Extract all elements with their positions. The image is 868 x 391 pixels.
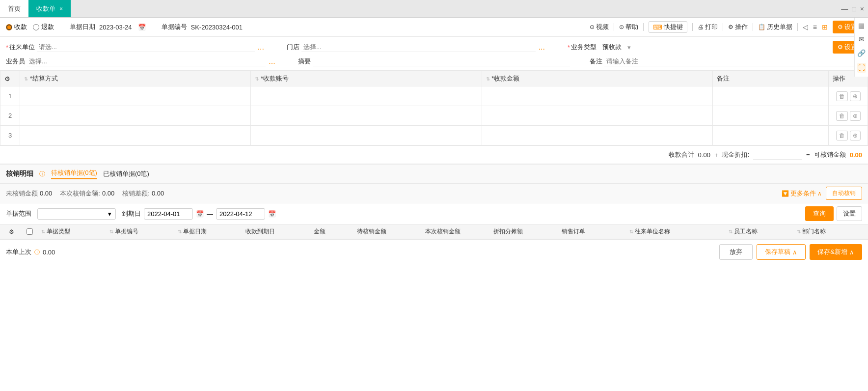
- last-info-icon[interactable]: ⓘ: [34, 249, 40, 256]
- available-value: 0.00: [850, 151, 862, 159]
- btn-history[interactable]: 📋 历史单据: [758, 23, 792, 31]
- total-label: 收款合计: [669, 150, 694, 159]
- select-all-checkbox[interactable]: [27, 228, 33, 235]
- wth-gear[interactable]: ⚙: [6, 228, 24, 235]
- row-1-remark[interactable]: [712, 86, 828, 106]
- tab-done[interactable]: 已核销单据(0笔): [103, 169, 149, 178]
- right-panel-expand-icon[interactable]: ⛶: [857, 63, 866, 73]
- summary-row: 收款合计 0.00 + 现金折扣: = 可核销金额 0.00: [0, 145, 868, 164]
- wth-amount: 金额: [311, 227, 354, 236]
- tab-receipt-label: 收款单: [36, 4, 55, 13]
- date-to-icon[interactable]: 📅: [268, 210, 276, 218]
- right-panel-table-icon[interactable]: ▦: [858, 22, 865, 29]
- layout-icon2[interactable]: ≡: [813, 23, 817, 31]
- wth-doc-no: ⇅ 单据编号: [107, 227, 175, 236]
- btn-auto-writeoff[interactable]: 自动核销: [826, 187, 862, 200]
- discount-label: 现金折扣:: [722, 150, 749, 159]
- toolbar-right: ⊙ 视频 ⊙ 帮助 ⌨ 快捷键 🖨 打印 ⚙ 操作 📋 历史单据: [590, 21, 862, 33]
- maximize-icon[interactable]: □: [852, 5, 856, 13]
- discount-input[interactable]: [753, 150, 802, 160]
- counterpart-dots[interactable]: ...: [255, 43, 267, 52]
- row-3-amount[interactable]: [482, 126, 712, 145]
- table-header-row: ⚙ ⇅ *结算方式 ⇅ *收款账号 ⇅ *收款金额 备注 操作: [0, 71, 868, 86]
- row-2-settlement[interactable]: [20, 106, 251, 126]
- row-2-delete-btn[interactable]: 🗑: [836, 111, 848, 121]
- total-value: 0.00: [698, 151, 710, 159]
- tab-close-icon[interactable]: ×: [59, 5, 63, 12]
- row-1-amount[interactable]: [482, 86, 712, 106]
- btn-setting-filter[interactable]: 设置: [837, 206, 862, 221]
- date-from-icon[interactable]: 📅: [196, 210, 204, 218]
- writeoff-info-icon[interactable]: ⓘ: [39, 170, 45, 178]
- doc-date-group: 单据日期 2023-03-24 📅: [70, 23, 146, 31]
- minimize-icon[interactable]: —: [841, 5, 848, 13]
- more-conditions-btn[interactable]: 🔽 更多条件 ∧: [782, 189, 822, 198]
- row-3-remark[interactable]: [712, 126, 828, 145]
- btn-query[interactable]: 查询: [805, 206, 834, 221]
- counterpart-input[interactable]: [37, 42, 255, 52]
- wth-checkbox[interactable]: [24, 228, 38, 235]
- wth-pending: 待核销金额: [354, 227, 422, 236]
- btn-video[interactable]: ⊙ 视频: [590, 23, 609, 31]
- biz-type-required: *: [568, 44, 570, 51]
- date-from-input[interactable]: [144, 208, 193, 220]
- wth-current-writeoff: 本次核销金额: [422, 227, 490, 236]
- biz-type-dropdown-icon[interactable]: ▾: [625, 44, 633, 51]
- btn-operation[interactable]: ⚙ 操作: [728, 23, 748, 31]
- shop-dots[interactable]: ...: [536, 43, 548, 52]
- btn-save-new[interactable]: 保存&新增 ∧: [810, 244, 862, 260]
- tab-pending[interactable]: 待核销单据(0笔): [51, 168, 97, 179]
- row-1-copy-btn[interactable]: ⊕: [850, 91, 861, 101]
- btn-print[interactable]: 🖨 打印: [698, 23, 718, 31]
- th-settlement: ⇅ *结算方式: [20, 71, 251, 86]
- close-window-icon[interactable]: ×: [860, 5, 864, 13]
- row-2-account[interactable]: [251, 106, 482, 126]
- save-new-arrow[interactable]: ∧: [849, 249, 854, 256]
- remark-input[interactable]: [604, 56, 862, 66]
- diff-value: 0.00: [152, 190, 164, 197]
- row-2-copy-btn[interactable]: ⊕: [850, 111, 861, 121]
- tab-home[interactable]: 首页: [0, 0, 28, 17]
- save-draft-arrow[interactable]: ∧: [792, 249, 797, 256]
- date-to-input[interactable]: [216, 208, 265, 220]
- equals-sign: =: [806, 151, 810, 159]
- btn-save-draft[interactable]: 保存草稿 ∧: [757, 244, 806, 260]
- biz-type-label: 业务类型: [571, 43, 598, 52]
- row-1-account[interactable]: [251, 86, 482, 106]
- salesperson-dots[interactable]: ...: [266, 57, 278, 66]
- right-panel-mail-icon[interactable]: ✉: [859, 35, 865, 43]
- writeoff-title: 核销明细: [6, 169, 33, 178]
- salesperson-label: 业务员: [6, 57, 27, 66]
- row-3-copy-btn[interactable]: ⊕: [850, 131, 861, 140]
- btn-shortcut[interactable]: ⌨ 快捷键: [649, 21, 687, 33]
- summary-label: 摘要: [298, 57, 313, 66]
- row-1-settlement[interactable]: [20, 86, 251, 106]
- radio-receipt[interactable]: 收款: [6, 23, 27, 31]
- btn-help[interactable]: ⊙ 帮助: [619, 23, 638, 31]
- date-range-group: 到期日 📅 — 📅: [122, 208, 276, 220]
- tab-receipt[interactable]: 收款单 ×: [28, 0, 71, 17]
- shop-input[interactable]: [301, 42, 536, 52]
- row-3-delete-btn[interactable]: 🗑: [836, 131, 848, 140]
- layout-icon3[interactable]: ⊞: [822, 23, 828, 31]
- receipt-type-group: 收款 退款: [6, 23, 54, 31]
- row-3-settlement[interactable]: [20, 126, 251, 145]
- plus-sign: +: [714, 151, 718, 159]
- counterpart-label: 往来单位: [9, 43, 37, 52]
- right-panel-attachment-icon[interactable]: 🔗: [857, 49, 866, 57]
- btn-abandon[interactable]: 放弃: [719, 244, 753, 260]
- filter-range-dropdown[interactable]: ▾: [37, 208, 116, 220]
- layout-icon1[interactable]: ◁: [803, 23, 808, 31]
- row-2-amount[interactable]: [482, 106, 712, 126]
- date-separator: —: [207, 210, 213, 218]
- radio-refund[interactable]: 退款: [33, 23, 54, 31]
- row-2-remark[interactable]: [712, 106, 828, 126]
- separator5: [753, 23, 753, 31]
- th-settings[interactable]: ⚙: [0, 71, 20, 86]
- row-3-account[interactable]: [251, 126, 482, 145]
- salesperson-input[interactable]: [27, 56, 266, 66]
- row-1-delete-btn[interactable]: 🗑: [836, 91, 848, 101]
- calendar-icon[interactable]: 📅: [138, 24, 146, 31]
- separator4: [723, 23, 723, 31]
- summary-input[interactable]: [313, 56, 570, 66]
